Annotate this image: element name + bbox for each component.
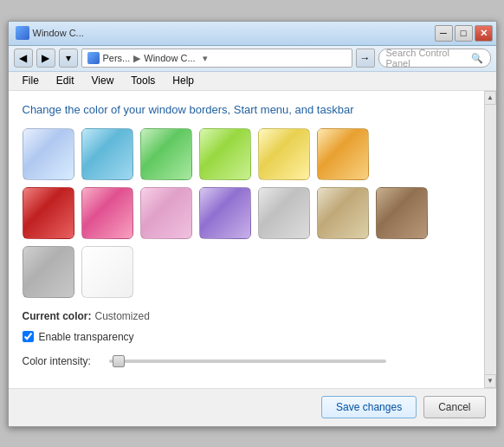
intensity-slider-thumb[interactable] [113, 355, 125, 367]
swatch-lavender[interactable] [140, 187, 192, 239]
swatch-red[interactable] [23, 187, 74, 239]
current-color-value: Customized [95, 310, 150, 322]
forward-button[interactable]: ▶ [36, 49, 55, 68]
menu-help[interactable]: Help [165, 73, 201, 88]
main-content: Change the color of your window borders,… [9, 91, 484, 388]
page-title: Change the color of your window borders,… [23, 103, 470, 116]
main-window: Window C... ─ □ ✕ ◀ ▶ ▾ Pers... ▶ Window… [8, 21, 497, 427]
title-bar: Window C... ─ □ ✕ [9, 22, 496, 46]
breadcrumb-separator: ▶ [133, 53, 140, 64]
intensity-label: Color intensity: [23, 355, 100, 367]
menu-edit[interactable]: Edit [49, 73, 81, 88]
breadcrumb-dropdown-icon: ▾ [203, 53, 208, 64]
swatch-teal[interactable] [81, 128, 133, 180]
swatch-yellow[interactable] [258, 128, 310, 180]
back-button[interactable]: ◀ [14, 49, 33, 68]
breadcrumb-part2: Window C... [144, 53, 195, 63]
swatch-green[interactable] [140, 128, 192, 180]
current-color-row: Current color: Customized [23, 310, 470, 322]
footer: Save changes Cancel [9, 388, 496, 426]
swatch-sky[interactable] [23, 128, 74, 180]
swatch-brown[interactable] [376, 187, 428, 239]
save-button[interactable]: Save changes [321, 396, 417, 418]
dropdown-nav-button[interactable]: ▾ [59, 49, 78, 68]
breadcrumb-icon [87, 52, 100, 64]
cancel-button[interactable]: Cancel [423, 396, 485, 418]
go-button[interactable]: → [356, 49, 375, 68]
menu-tools[interactable]: Tools [124, 73, 162, 88]
menu-view[interactable]: View [85, 73, 121, 88]
window-icon [16, 26, 29, 40]
color-row-1 [23, 128, 470, 180]
search-box[interactable]: Search Control Panel 🔍 [378, 49, 491, 68]
swatch-pink[interactable] [81, 187, 133, 239]
search-placeholder: Search Control Panel [386, 48, 468, 68]
address-bar: ◀ ▶ ▾ Pers... ▶ Window C... ▾ → Search C… [9, 46, 496, 72]
scroll-track[interactable] [485, 105, 496, 374]
search-icon: 🔍 [471, 53, 483, 64]
scrollbar: ▲ ▼ [484, 91, 496, 388]
swatch-light-gray[interactable] [23, 246, 74, 298]
color-row-3 [23, 246, 470, 298]
breadcrumb[interactable]: Pers... ▶ Window C... ▾ [81, 49, 352, 68]
title-bar-controls: ─ □ ✕ [435, 25, 493, 42]
color-row-2 [23, 187, 470, 239]
current-color-label: Current color: [23, 310, 92, 322]
swatch-white[interactable] [81, 246, 133, 298]
scroll-down-button[interactable]: ▼ [484, 374, 496, 388]
breadcrumb-part1: Pers... [103, 53, 131, 63]
swatch-orange[interactable] [317, 128, 369, 180]
scroll-up-button[interactable]: ▲ [484, 91, 496, 105]
swatch-purple[interactable] [199, 187, 251, 239]
window-title: Window C... [33, 28, 84, 38]
intensity-row: Color intensity: [23, 355, 470, 367]
minimize-button[interactable]: ─ [435, 25, 453, 42]
swatch-tan[interactable] [317, 187, 369, 239]
color-grid [23, 128, 470, 298]
transparency-row: Enable transparency [23, 331, 470, 343]
swatch-lime[interactable] [199, 128, 251, 180]
menu-file[interactable]: File [16, 73, 46, 88]
content-area: Change the color of your window borders,… [9, 91, 496, 388]
swatch-silver[interactable] [258, 187, 310, 239]
intensity-slider-track[interactable] [109, 360, 386, 363]
menu-bar: File Edit View Tools Help [9, 72, 496, 91]
transparency-label[interactable]: Enable transparency [39, 331, 134, 343]
maximize-button[interactable]: □ [455, 25, 473, 42]
close-button[interactable]: ✕ [475, 25, 493, 42]
transparency-checkbox[interactable] [23, 331, 34, 342]
title-bar-left: Window C... [16, 26, 84, 40]
